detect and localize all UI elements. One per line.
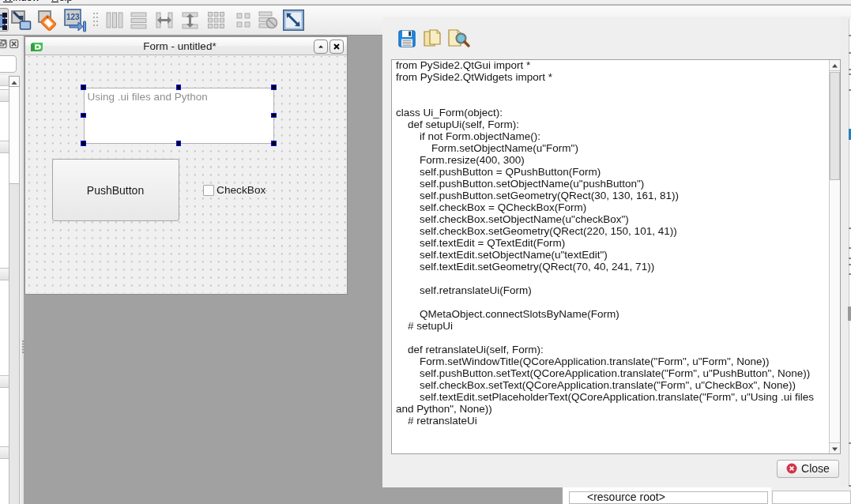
svg-text:123: 123	[66, 13, 80, 21]
